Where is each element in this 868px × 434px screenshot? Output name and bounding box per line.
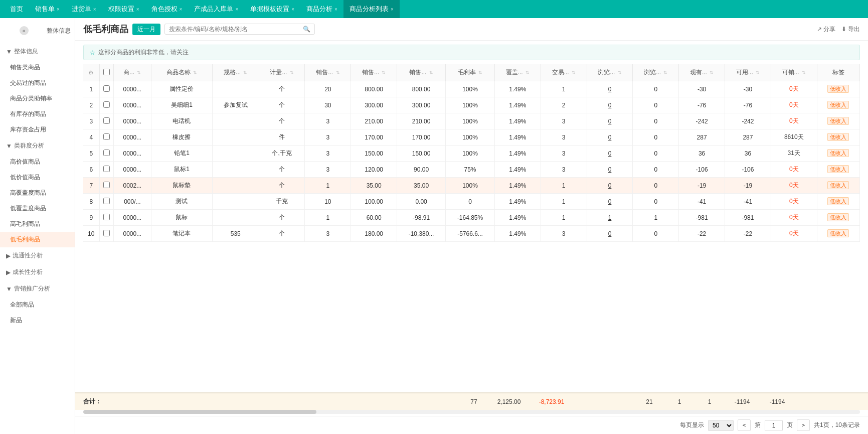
- row-select-checkbox[interactable]: [103, 117, 110, 124]
- browse1-link[interactable]: 0: [608, 102, 612, 109]
- close-sales-icon[interactable]: ×: [57, 7, 60, 12]
- close-permissions-icon[interactable]: ×: [136, 7, 139, 12]
- close-product-analysis-icon[interactable]: ×: [334, 7, 337, 12]
- export-button[interactable]: ⬇ 导出: [841, 25, 860, 34]
- close-role-auth-icon[interactable]: ×: [180, 7, 183, 12]
- nav-item-sales[interactable]: 销售单 ×: [29, 0, 66, 18]
- row-checkbox[interactable]: [99, 129, 113, 146]
- row-select-checkbox[interactable]: [103, 85, 110, 92]
- browse1-link[interactable]: 0: [608, 166, 612, 173]
- sidebar-item-category-sales-rate[interactable]: 商品分类助销率: [0, 91, 75, 106]
- row-checkbox[interactable]: [99, 162, 113, 178]
- row-select-checkbox[interactable]: [103, 101, 110, 108]
- col-unit[interactable]: 计量... ⇅: [259, 64, 305, 81]
- col-sellable[interactable]: 可销... ⇅: [771, 64, 817, 81]
- sidebar-item-low-value[interactable]: 低价值商品: [0, 170, 75, 185]
- row-select-checkbox[interactable]: [103, 133, 110, 140]
- col-sales-price[interactable]: 销售... ⇅: [351, 64, 397, 81]
- row-select-checkbox[interactable]: [103, 182, 110, 188]
- sidebar-item-high-value[interactable]: 高价值商品: [0, 154, 75, 170]
- row-code: 0000...: [113, 146, 151, 162]
- browse1-link[interactable]: 0: [608, 86, 612, 93]
- per-page-select[interactable]: 50 100 200: [708, 420, 734, 431]
- sidebar-group-growth[interactable]: ▶成长性分析: [0, 264, 75, 280]
- sidebar-group-overall[interactable]: ▼整体信息: [0, 43, 75, 60]
- table-container[interactable]: ⚙ 商... ⇅ 商品名称 ⇅ 规格... ⇅ 计量... ⇅ 销售... ⇅ …: [75, 64, 868, 392]
- sidebar-item-new-products[interactable]: 新品: [0, 313, 75, 328]
- sidebar-group-cluster[interactable]: ▼类群度分析: [0, 137, 75, 154]
- nav-item-product-analysis-list[interactable]: 商品分析列表 ×: [343, 0, 400, 18]
- prev-page-button[interactable]: ＜: [738, 419, 751, 431]
- col-gross-margin[interactable]: 毛利率 ⇅: [446, 64, 495, 81]
- col-spec[interactable]: 规格... ⇅: [212, 64, 259, 81]
- row-checkbox[interactable]: [99, 97, 113, 113]
- row-coverage: 1.49%: [494, 81, 541, 97]
- share-button[interactable]: ↗ 分享: [817, 25, 835, 34]
- col-settings[interactable]: ⚙: [83, 64, 99, 81]
- browse1-link[interactable]: 0: [608, 198, 612, 205]
- scroll-thumb[interactable]: [83, 410, 316, 414]
- sidebar-group-marketing[interactable]: ▼营销推广分析: [0, 280, 75, 297]
- row-checkbox[interactable]: [99, 81, 113, 97]
- col-name[interactable]: 商品名称 ⇅: [151, 64, 213, 81]
- sidebar-item-capital-usage[interactable]: 库存资金占用: [0, 122, 75, 137]
- col-sales-profit[interactable]: 销售... ⇅: [397, 64, 446, 81]
- page-input[interactable]: [765, 420, 783, 430]
- sidebar-collapse-btn[interactable]: «: [20, 26, 29, 35]
- col-coverage[interactable]: 覆盖... ⇅: [494, 64, 541, 81]
- sidebar-item-in-stock[interactable]: 有库存的商品: [0, 106, 75, 122]
- row-checkbox[interactable]: [99, 146, 113, 162]
- search-icon[interactable]: 🔍: [303, 26, 310, 33]
- period-button[interactable]: 近一月: [132, 24, 160, 35]
- sidebar-item-high-margin[interactable]: 高毛利商品: [0, 216, 75, 232]
- row-select-checkbox[interactable]: [103, 198, 110, 204]
- row-checkbox[interactable]: [99, 178, 113, 194]
- col-trade[interactable]: 交易... ⇅: [541, 64, 587, 81]
- close-purchase-icon[interactable]: ×: [93, 7, 96, 12]
- select-all-checkbox[interactable]: [103, 69, 110, 75]
- nav-item-product-entry[interactable]: 产成品入库单 ×: [188, 0, 244, 18]
- sidebar-item-low-margin[interactable]: 低毛利商品: [0, 232, 75, 247]
- close-template-settings-icon[interactable]: ×: [291, 7, 294, 12]
- settings-icon[interactable]: ⚙: [88, 69, 94, 76]
- search-input[interactable]: [169, 26, 301, 33]
- browse1-link[interactable]: 0: [608, 150, 612, 157]
- sidebar-item-high-coverage[interactable]: 高覆盖度商品: [0, 185, 75, 201]
- browse1-link[interactable]: 0: [608, 134, 612, 141]
- horizontal-scrollbar[interactable]: [83, 410, 860, 414]
- row-checkbox[interactable]: [99, 226, 113, 242]
- col-code[interactable]: 商... ⇅: [113, 64, 151, 81]
- col-browse2[interactable]: 浏览... ⇅: [633, 64, 679, 81]
- browse1-link[interactable]: 0: [608, 182, 612, 189]
- close-product-analysis-list-icon[interactable]: ×: [391, 7, 394, 12]
- col-current-stock[interactable]: 现有... ⇅: [679, 64, 725, 81]
- col-available[interactable]: 可用... ⇅: [725, 64, 771, 81]
- row-select-checkbox[interactable]: [103, 150, 110, 156]
- close-product-entry-icon[interactable]: ×: [235, 7, 238, 12]
- sidebar-item-all-products[interactable]: 全部商品: [0, 297, 75, 313]
- col-browse1[interactable]: 浏览... ⇅: [587, 64, 633, 81]
- next-page-button[interactable]: ＞: [797, 419, 810, 431]
- row-select-checkbox[interactable]: [103, 214, 110, 220]
- nav-item-role-auth[interactable]: 角色授权 ×: [145, 0, 189, 18]
- row-browse1: 0: [587, 178, 633, 194]
- row-checkbox[interactable]: [99, 194, 113, 210]
- row-checkbox[interactable]: [99, 210, 113, 226]
- nav-item-home[interactable]: 首页: [4, 0, 29, 18]
- nav-item-template-settings[interactable]: 单据模板设置 ×: [244, 0, 300, 18]
- nav-item-permissions[interactable]: 权限设置 ×: [102, 0, 145, 18]
- row-checkbox[interactable]: [99, 113, 113, 129]
- browse1-link[interactable]: 1: [608, 214, 612, 221]
- row-select-checkbox[interactable]: [103, 230, 110, 236]
- row-no: 9: [83, 210, 99, 226]
- sidebar-item-sales-products[interactable]: 销售类商品: [0, 60, 75, 75]
- browse1-link[interactable]: 0: [608, 118, 612, 125]
- row-select-checkbox[interactable]: [103, 166, 110, 172]
- nav-item-purchase[interactable]: 进货单 ×: [66, 0, 102, 18]
- sidebar-item-traded-products[interactable]: 交易过的商品: [0, 75, 75, 91]
- nav-item-product-analysis[interactable]: 商品分析 ×: [300, 0, 343, 18]
- sidebar-item-low-coverage[interactable]: 低覆盖度商品: [0, 201, 75, 216]
- sidebar-group-circulation[interactable]: ▶流通性分析: [0, 247, 75, 264]
- browse1-link[interactable]: 0: [608, 230, 612, 237]
- col-sales-qty[interactable]: 销售... ⇅: [305, 64, 351, 81]
